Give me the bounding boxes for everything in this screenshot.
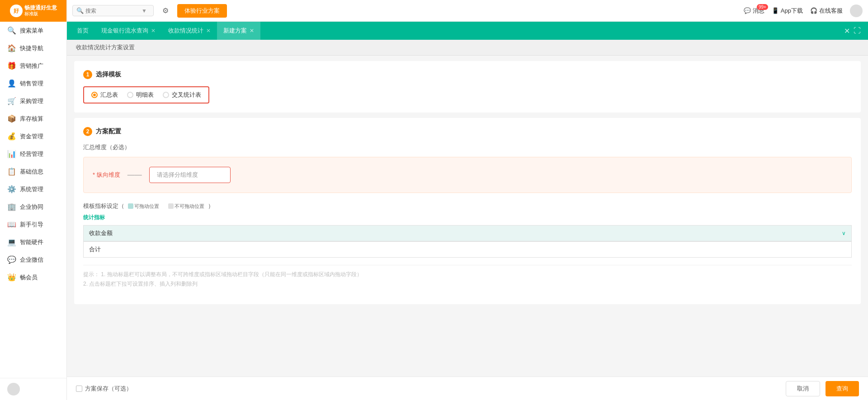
radio-dot-cross-stat	[163, 92, 169, 98]
message-icon: 💬	[744, 7, 751, 14]
sidebar-item-purchase[interactable]: 🛒 采购管理	[0, 92, 66, 110]
industry-solution-button[interactable]: 体验行业方案	[177, 4, 227, 18]
indicator-settings: 模板指标设定（ 可拖动位置 不可拖动位置 ） 统计指标	[83, 202, 852, 258]
sidebar-item-label: 企业微信	[20, 256, 43, 264]
sidebar-item-new-guide[interactable]: 📖 新手引导	[0, 216, 66, 233]
section1-number: 1	[83, 70, 92, 79]
sidebar-item-member[interactable]: 👑 畅会员	[0, 268, 66, 286]
sidebar-item-search-menu[interactable]: 🔍 搜索菜单	[0, 22, 66, 39]
sidebar-logo: 好 畅捷通好生意 标准版	[0, 0, 66, 22]
save-checkbox[interactable]	[76, 386, 82, 392]
tabbar-right-controls: ✕ ⛶	[844, 27, 864, 35]
package-icon: 📦	[7, 114, 16, 123]
indicator-table: 收款金额 ∨ 合计	[83, 225, 852, 258]
customer-service-button[interactable]: 🎧 在线客服	[810, 7, 843, 15]
gift-icon: 🎁	[7, 61, 16, 70]
summary-dimension-title-text: 汇总维度（必选）	[83, 143, 130, 151]
sidebar-item-finance[interactable]: 💰 资金管理	[0, 127, 66, 145]
query-button[interactable]: 查询	[826, 381, 859, 396]
save-option[interactable]: 方案保存（可选）	[76, 385, 132, 393]
sidebar-item-label: 基础信息	[20, 168, 43, 176]
sidebar-item-label: 企业协同	[20, 203, 43, 211]
sidebar-item-label: 新手引导	[20, 221, 43, 229]
home-icon: 🏠	[7, 44, 16, 52]
money-icon: 💰	[7, 132, 16, 141]
bottom-actions: 取消 查询	[786, 381, 859, 396]
indicator-cell-amount[interactable]: 收款金额 ∨	[83, 225, 852, 241]
app-download-button[interactable]: 📱 App下载	[772, 7, 803, 15]
sidebar-bottom	[0, 378, 66, 400]
cancel-button[interactable]: 取消	[786, 381, 820, 396]
tab-new-plan[interactable]: 新建方案 ✕	[217, 22, 260, 40]
topbar: 🔍 ▼ ⚙ 体验行业方案 💬 消息 99+ 📱 App下载 🎧 在线客服	[67, 0, 868, 22]
user-avatar-topbar[interactable]	[850, 5, 863, 17]
tab-collection-stat[interactable]: 收款情况统计 ✕	[162, 22, 217, 40]
section2-title: 2 方案配置	[83, 127, 852, 136]
tips-section: 提示： 1. 拖动标题栏可以调整布局，不可跨维度或指标区域拖动栏目字段（只能在同…	[83, 265, 852, 295]
logo-text-block: 畅捷通好生意 标准版	[24, 5, 57, 17]
tab-home[interactable]: 首页	[71, 22, 95, 40]
sidebar-item-label: 畅会员	[20, 273, 38, 282]
dimension-arrow: ——	[127, 171, 142, 179]
guide-icon: 📖	[7, 220, 16, 229]
sidebar-item-marketing[interactable]: 🎁 营销推广	[0, 57, 66, 75]
office-icon: 🏢	[7, 202, 16, 211]
service-icon: 🎧	[810, 7, 817, 14]
sidebar-item-sales[interactable]: 👤 销售管理	[0, 75, 66, 92]
indicator-cell-amount-label: 收款金额	[89, 229, 113, 237]
tab-new-plan-close-icon[interactable]: ✕	[250, 28, 254, 34]
app-icon: 📱	[772, 7, 779, 14]
sidebar-item-enterprise-collab[interactable]: 🏢 企业协同	[0, 198, 66, 216]
radio-detail[interactable]: 明细表	[127, 91, 154, 99]
radio-cross-stat-label: 交叉统计表	[172, 91, 201, 99]
tab-bank-flow-close-icon[interactable]: ✕	[151, 28, 156, 34]
save-label: 方案保存（可选）	[85, 385, 132, 393]
search-input[interactable]	[85, 8, 140, 14]
indicator-settings-suffix: ）	[208, 202, 214, 210]
customer-service-label: 在线客服	[819, 7, 843, 15]
sidebar-item-enterprise-wechat[interactable]: 💬 企业微信	[0, 251, 66, 268]
search-icon: 🔍	[7, 26, 16, 35]
section2-label: 方案配置	[96, 127, 121, 136]
tab-bank-flow[interactable]: 现金银行流水查询 ✕	[95, 22, 162, 40]
dimension-select-button[interactable]: 请选择分组维度	[149, 167, 231, 183]
radio-dot-detail	[127, 92, 133, 98]
sidebar-item-smart-hardware[interactable]: 💻 智能硬件	[0, 233, 66, 251]
message-button[interactable]: 💬 消息 99+	[744, 7, 764, 15]
indicator-header: 模板指标设定（ 可拖动位置 不可拖动位置 ）	[83, 202, 852, 210]
tabbar-expand-icon[interactable]: ⛶	[854, 27, 861, 35]
user-avatar	[7, 383, 20, 395]
sidebar-item-basic-info[interactable]: 📋 基础信息	[0, 163, 66, 180]
fixed-dot	[168, 203, 174, 209]
logo-main-text: 畅捷通好生意	[24, 5, 57, 11]
indicator-cell-total[interactable]: 合计	[83, 241, 852, 258]
settings-gear-icon[interactable]: ⚙	[159, 5, 172, 17]
cart-icon: 🛒	[7, 97, 16, 105]
sidebar-item-quick-nav[interactable]: 🏠 快捷导航	[0, 39, 66, 57]
tabbar-close-icon[interactable]: ✕	[844, 27, 850, 35]
sidebar-item-label: 快捷导航	[20, 44, 43, 52]
search-box[interactable]: 🔍 ▼	[72, 5, 154, 16]
dimension-area: * 纵向维度 —— 请选择分组维度	[83, 157, 852, 193]
sidebar-item-inventory[interactable]: 📦 库存核算	[0, 110, 66, 127]
vertical-dimension-label: * 纵向维度	[93, 171, 120, 179]
section1-label: 选择模板	[96, 71, 121, 79]
logo-icon: 好	[10, 5, 23, 17]
draggable-label: 可拖动位置	[134, 203, 159, 210]
tab-home-label: 首页	[77, 27, 89, 35]
radio-cross-stat[interactable]: 交叉统计表	[163, 91, 201, 99]
computer-icon: 💻	[7, 238, 16, 246]
chart-icon: 📊	[7, 150, 16, 158]
crown-icon: 👑	[7, 273, 16, 282]
page-content: 收款情况统计方案设置 1 选择模板 汇总表 明细表	[67, 40, 868, 400]
indicator-settings-mid	[163, 203, 165, 210]
sidebar-item-operations[interactable]: 📊 经营管理	[0, 145, 66, 163]
draggable-dot	[128, 203, 133, 209]
search-dropdown-icon: ▼	[142, 8, 147, 14]
tab-collection-stat-close-icon[interactable]: ✕	[206, 28, 211, 34]
gear-icon: ⚙️	[7, 185, 16, 193]
sidebar-item-system[interactable]: ⚙️ 系统管理	[0, 180, 66, 198]
radio-summary[interactable]: 汇总表	[91, 91, 118, 99]
cell-chevron-icon: ∨	[842, 230, 846, 236]
indicator-col: 收款金额 ∨ 合计	[83, 225, 852, 258]
